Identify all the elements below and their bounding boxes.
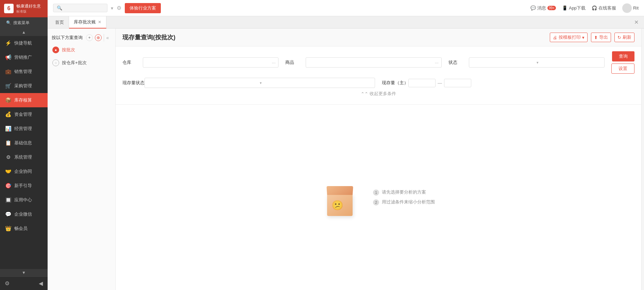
sidebar-item-label: 畅会员 xyxy=(14,225,28,232)
sidebar-item-inventory[interactable]: 📦 库存核算 xyxy=(0,93,48,107)
app-logo-icon: 6 xyxy=(4,4,14,13)
sidebar-item-label: 经营管理 xyxy=(14,126,32,132)
app-name: 畅康通好生意 xyxy=(16,3,41,9)
sidebar-item-basic[interactable]: 📋 基础信息 xyxy=(0,136,48,150)
print-template-button[interactable]: 🖨 按模板打印 ▾ xyxy=(550,33,588,42)
sidebar-logo: 6 畅康通好生意 标准版 xyxy=(0,0,48,17)
tip-text-1: 请先选择要分析的方案 xyxy=(382,189,426,195)
sidebar-item-marketing[interactable]: 📢 营销推广 xyxy=(0,50,48,65)
sidebar-item-member[interactable]: 👑 畅会员 xyxy=(0,221,48,236)
filter-item-by-batch[interactable]: ● 按批次 xyxy=(48,43,115,56)
refresh-button[interactable]: ↻ 刷新 xyxy=(614,33,634,42)
settings-icon[interactable]: ⚙ xyxy=(5,280,10,287)
trial-button[interactable]: 体验行业方案 xyxy=(125,3,161,13)
product-more-icon[interactable]: ··· xyxy=(435,60,439,65)
sidebar-item-finance[interactable]: 💰 资金管理 xyxy=(0,107,48,122)
warehouse-more-icon[interactable]: ··· xyxy=(272,60,275,65)
filter-item-by-warehouse-batch[interactable]: ○ 按仓库+批次 xyxy=(48,56,115,69)
filter-item-by-warehouse-batch-label: 按仓库+批次 xyxy=(62,60,87,66)
enterprise-icon: 🤝 xyxy=(5,168,12,175)
apps-icon: 🔲 xyxy=(5,197,12,203)
sidebar-bottom: ⚙ ◀ xyxy=(0,276,48,290)
search-button[interactable]: 查询 xyxy=(612,51,634,61)
topbar-gear-icon[interactable]: ⚙ xyxy=(117,5,121,11)
sidebar-item-wechat[interactable]: 💬 企业微信 xyxy=(0,207,48,221)
export-button[interactable]: ⬆ 导出 xyxy=(591,33,611,42)
messages-badge: 99+ xyxy=(547,6,556,10)
user-name: Rit xyxy=(633,5,639,11)
status-label: 状态 xyxy=(448,59,469,66)
online-service-button[interactable]: 🎧 在线客服 xyxy=(592,5,616,11)
sidebar-item-label: 营销推广 xyxy=(14,54,32,60)
stock-status-select[interactable]: ▾ xyxy=(145,78,375,88)
sidebar-item-purchase[interactable]: 🛒 采购管理 xyxy=(0,79,48,93)
sidebar-search[interactable]: 🔍 搜索菜单 xyxy=(0,17,48,29)
tab-home[interactable]: 首页 xyxy=(50,16,69,29)
sidebar-item-enterprise[interactable]: 🤝 企业协同 xyxy=(0,164,48,179)
topbar-search-box[interactable]: 🔍 xyxy=(53,4,107,12)
topbar-dropdown-icon[interactable]: ▾ xyxy=(111,5,113,11)
app-download-button[interactable]: 📱 App下载 xyxy=(562,5,586,11)
collapse-more-button[interactable]: ⌃⌃ 收起更多条件 xyxy=(122,88,634,99)
app-download-icon: 📱 xyxy=(562,5,567,11)
main-content: 现存量查询(按批次) 🖨 按模板打印 ▾ ⬆ 导出 ↻ 刷新 xyxy=(116,29,641,290)
warehouse-input-wrap: ··· xyxy=(143,57,278,68)
sidebar-scroll-down[interactable]: ▼ xyxy=(0,269,48,276)
box-top xyxy=(326,186,353,195)
main-area: 🔍 ▾ ⚙ 体验行业方案 💬 消息 99+ 📱 App下载 🎧 在线客服 xyxy=(48,0,644,290)
print-template-label: 按模板打印 xyxy=(559,34,581,40)
content: 按以下方案查询 + ⊕ « ● 按批次 ○ 按仓库+批次 现存量查询(按批次) xyxy=(48,29,644,290)
topbar: 🔍 ▾ ⚙ 体验行业方案 💬 消息 99+ 📱 App下载 🎧 在线客服 xyxy=(48,0,644,16)
stock-qty-min-input[interactable] xyxy=(408,79,436,87)
sidebar-search-label: 搜索菜单 xyxy=(13,20,30,26)
filter-collapse-button[interactable]: « xyxy=(104,34,111,41)
box-face: 😕 xyxy=(332,200,343,211)
sidebar-item-label: 基础信息 xyxy=(14,140,32,146)
sidebar-scroll-up[interactable]: ▲ xyxy=(0,29,48,36)
empty-state: 😕 1 请先选择要分析的方案 2 用过滤条件来缩小分析范围 xyxy=(116,105,641,290)
filter-add-button[interactable]: + xyxy=(86,34,93,41)
filter-gear-button[interactable]: ⊕ xyxy=(95,34,102,41)
sidebar-item-label: 销售管理 xyxy=(14,69,32,75)
search-area: 仓库 ··· 商品 ··· 状态 xyxy=(116,47,641,105)
tab-home-label: 首页 xyxy=(55,19,64,25)
finance-icon: 💰 xyxy=(5,111,12,117)
tab-batch-account-label: 库存批次账 xyxy=(74,19,96,25)
sidebar-item-operations[interactable]: 📊 经营管理 xyxy=(0,122,48,136)
tip-num-1: 1 xyxy=(373,189,379,196)
wechat-icon: 💬 xyxy=(5,211,12,217)
purchase-icon: 🛒 xyxy=(5,83,12,89)
sidebar-item-sales[interactable]: 💼 销售管理 xyxy=(0,65,48,79)
newbie-icon: 🎯 xyxy=(5,183,12,189)
sidebar-item-label: 应用中心 xyxy=(14,197,32,203)
messages-label: 消息 xyxy=(537,5,546,11)
user-menu[interactable]: Rit xyxy=(622,3,639,13)
sidebar-item-newbie[interactable]: 🎯 新手引导 xyxy=(0,179,48,193)
sidebar-item-quick-nav[interactable]: ⚡ 快捷导航 xyxy=(0,36,48,50)
messages-button[interactable]: 💬 消息 99+ xyxy=(530,5,556,11)
empty-illustration: 😕 xyxy=(322,177,363,218)
sidebar-item-label: 企业协同 xyxy=(14,168,32,175)
stock-qty-label: 现存量（主） xyxy=(382,80,408,86)
product-input-wrap: ··· xyxy=(306,57,441,68)
filter-panel: 按以下方案查询 + ⊕ « ● 按批次 ○ 按仓库+批次 xyxy=(48,29,116,290)
sidebar-item-apps[interactable]: 🔲 应用中心 xyxy=(0,193,48,207)
right-scrollbar[interactable] xyxy=(641,29,644,290)
sidebar-item-label: 新手引导 xyxy=(14,183,32,189)
product-input[interactable] xyxy=(309,60,433,65)
sidebar-item-label: 快捷导航 xyxy=(14,40,32,46)
empty-tips: 1 请先选择要分析的方案 2 用过滤条件来缩小分析范围 xyxy=(373,189,435,205)
stock-status-field: 现存量状态 ▾ xyxy=(122,78,375,88)
warehouse-input[interactable] xyxy=(146,60,270,65)
settings-button[interactable]: 设置 xyxy=(611,64,634,74)
tab-batch-account[interactable]: 库存批次账 ✕ xyxy=(69,16,106,29)
topbar-search-input[interactable] xyxy=(62,6,103,11)
sidebar-item-system[interactable]: ⚙ 系统管理 xyxy=(0,150,48,164)
collapse-sidebar-icon[interactable]: ◀ xyxy=(39,280,43,287)
stock-qty-max-input[interactable] xyxy=(444,79,471,87)
status-select[interactable]: ▾ xyxy=(469,57,605,68)
tab-panel-close-icon[interactable]: ✕ xyxy=(631,19,641,25)
stock-qty-range: — xyxy=(408,79,471,87)
tab-close-icon[interactable]: ✕ xyxy=(98,20,101,24)
topbar-search-icon: 🔍 xyxy=(57,5,62,11)
